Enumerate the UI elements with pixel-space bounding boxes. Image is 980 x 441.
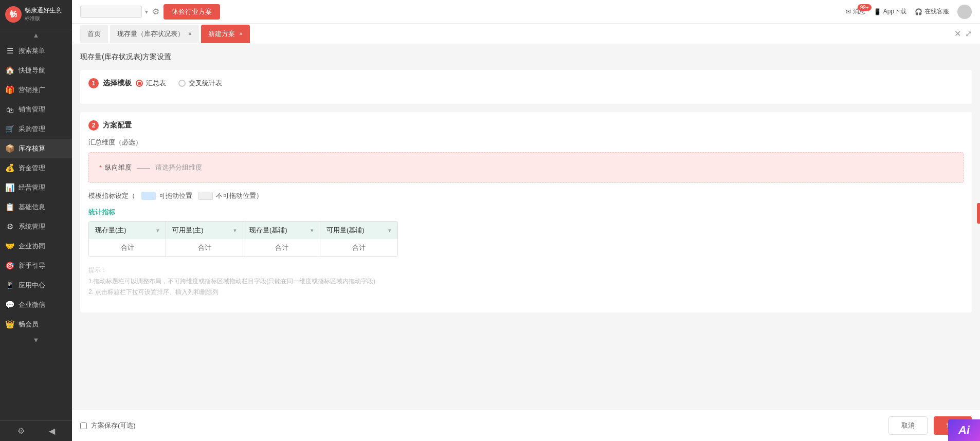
topbar-search-input[interactable] (80, 6, 142, 18)
step2-badge: 2 (88, 120, 99, 131)
sidebar-item-vip[interactable]: 👑 畅会员 (0, 315, 72, 334)
save-checkbox[interactable]: 方案保存(可选) (80, 421, 136, 430)
tabbar-right: ✕ ⤢ (954, 29, 972, 39)
tab-new-scheme-close-icon[interactable]: × (239, 30, 243, 38)
sidebar-item-app-center[interactable]: 📱 应用中心 (0, 275, 72, 295)
dimension-separator: —— (137, 164, 150, 172)
sidebar-item-management[interactable]: 📊 经营管理 (0, 178, 72, 197)
quick-nav-icon: 🏠 (5, 66, 14, 75)
step1-label: 选择模板 (103, 79, 132, 88)
stats-body-col-4: 合计 (320, 239, 397, 256)
inventory-icon: 📦 (5, 144, 14, 153)
content-area: 现存量(库存状况表)方案设置 1 选择模板 汇总表 交叉统计表 (72, 44, 980, 410)
tab-new-scheme-label: 新建方案 (208, 29, 235, 39)
tips-title: 提示： (88, 266, 107, 273)
sidebar-bottom: ⚙ ◀ (0, 420, 72, 441)
save-checkbox-label: 方案保存(可选) (91, 421, 136, 430)
sidebar-item-search[interactable]: ☰ 搜索菜单 (0, 41, 72, 61)
vip-icon: 👑 (5, 320, 14, 329)
service-icon: 🎧 (915, 8, 922, 15)
topbar-message[interactable]: ✉ 消息 99+ (846, 7, 865, 16)
topbar-input-area: ▾ (80, 6, 148, 18)
sidebar-item-system[interactable]: ⚙ 系统管理 (0, 217, 72, 236)
sidebar-item-inventory[interactable]: 📦 库存核算 (0, 139, 72, 158)
step1-badge: 1 (88, 78, 99, 88)
tip-1: 1.拖动标题栏可以调整布局，不可跨维度或指标区域拖动栏目字段(只能在同一维度或指… (88, 276, 964, 287)
tabbar-expand-icon[interactable]: ⤢ (965, 29, 972, 39)
stats-col-1-header-label: 现存量(主) (95, 226, 126, 235)
step1-header: 1 选择模板 汇总表 交叉统计表 (88, 78, 964, 88)
sidebar-item-finance[interactable]: 💰 资金管理 (0, 158, 72, 178)
wechat-icon: 💬 (5, 300, 14, 309)
col-4-dropdown-icon[interactable]: ▾ (388, 227, 391, 234)
message-icon: ✉ (846, 8, 851, 15)
stats-table: 现存量(主) ▾ 可用量(主) ▾ 现存量(基辅) ▾ 可用量(基辅) ▾ (88, 221, 398, 257)
step1-section: 1 选择模板 汇总表 交叉统计表 (80, 70, 972, 104)
stats-table-body: 合计 合计 合计 合计 (89, 239, 397, 256)
sidebar-logo: 畅 畅康通好生意 标准版 (0, 0, 72, 29)
sidebar-item-new-guide[interactable]: 🎯 新手引导 (0, 256, 72, 275)
search-menu-icon: ☰ (5, 46, 14, 56)
radio-summary[interactable]: 汇总表 (136, 79, 166, 88)
finance-icon: 💰 (5, 163, 14, 173)
logo-text: 畅康通好生意 标准版 (25, 7, 62, 22)
draggable-indicator: 可拖动位置 (141, 191, 192, 200)
non-draggable-box (198, 192, 213, 200)
help-bottom-icon[interactable]: ◀ (49, 426, 55, 436)
indicator-settings-label: 模板指标设定（ (88, 191, 135, 200)
ai-badge[interactable]: Ai (948, 419, 980, 441)
try-industry-btn[interactable]: 体验行业方案 (164, 4, 220, 20)
tips-area: 提示： 1.拖动标题栏可以调整布局，不可跨维度或指标区域拖动栏目字段(只能在同一… (88, 259, 964, 304)
non-draggable-label: 不可拖动位置） (216, 191, 263, 200)
sidebar-item-wechat[interactable]: 💬 企业微信 (0, 295, 72, 315)
topbar-user[interactable] (957, 5, 972, 19)
sidebar-item-quick-nav[interactable]: 🏠 快捷导航 (0, 61, 72, 80)
topbar-app-download[interactable]: 📱 App下载 (874, 7, 906, 16)
tab-inventory-close-icon[interactable]: × (188, 30, 192, 38)
step2-label: 方案配置 (103, 121, 132, 130)
footer: 方案保存(可选) 取消 查询 (72, 410, 980, 441)
stats-col-2-header-label: 可用量(主) (172, 226, 204, 235)
tabbar-window-close-icon[interactable]: ✕ (954, 29, 961, 39)
app-center-icon: 📱 (5, 281, 14, 290)
draggable-box (141, 192, 156, 200)
stats-col-2-header[interactable]: 可用量(主) ▾ (166, 222, 243, 239)
stats-col-1-header[interactable]: 现存量(主) ▾ (89, 222, 166, 239)
sidebar: 畅 畅康通好生意 标准版 ▲ ☰ 搜索菜单 🏠 快捷导航 🎁 营销推广 🛍 销售… (0, 0, 72, 441)
settings-bottom-icon[interactable]: ⚙ (17, 426, 25, 436)
cancel-button[interactable]: 取消 (888, 416, 928, 435)
sidebar-scroll-down[interactable]: ▼ (0, 334, 72, 346)
stats-col-4-header[interactable]: 可用量(基辅) ▾ (320, 222, 397, 239)
save-checkbox-input[interactable] (80, 422, 87, 429)
dimension-drop-area[interactable]: * 纵向维度 —— 请选择分组维度 (88, 152, 964, 183)
topbar-right: ✉ 消息 99+ 📱 App下载 🎧 在线客服 (846, 5, 972, 19)
tab-home[interactable]: 首页 (80, 25, 108, 43)
sidebar-item-sales[interactable]: 🛍 销售管理 (0, 100, 72, 119)
sidebar-scroll-up[interactable]: ▲ (0, 29, 72, 41)
tip-2: 2. 点击标题栏下拉可设置排序、插入列和删除列 (88, 287, 964, 298)
right-edge-bar (977, 203, 980, 224)
radio-cross[interactable]: 交叉统计表 (178, 79, 222, 88)
tab-new-scheme[interactable]: 新建方案 × (201, 25, 250, 43)
sidebar-item-purchase[interactable]: 🛒 采购管理 (0, 119, 72, 139)
stats-col-3-header[interactable]: 现存量(基辅) ▾ (243, 222, 320, 239)
tabbar: 首页 现存量（库存状况表） × 新建方案 × ✕ ⤢ (72, 24, 980, 44)
sidebar-item-marketing[interactable]: 🎁 营销推广 (0, 80, 72, 100)
logo-icon: 畅 (5, 6, 22, 23)
col-2-dropdown-icon[interactable]: ▾ (233, 227, 237, 234)
app-download-icon: 📱 (874, 8, 881, 15)
stats-body-col-3: 合计 (243, 239, 320, 256)
management-icon: 📊 (5, 183, 14, 192)
sidebar-item-basic-info[interactable]: 📋 基础信息 (0, 197, 72, 217)
topbar-dropdown-icon[interactable]: ▾ (145, 8, 148, 15)
tab-inventory[interactable]: 现存量（库存状况表） × (110, 25, 199, 43)
sidebar-item-cooperation[interactable]: 🤝 企业协同 (0, 236, 72, 256)
col-3-dropdown-icon[interactable]: ▾ (311, 227, 314, 234)
stats-body-col-2: 合计 (166, 239, 243, 256)
stats-label: 统计指标 (88, 208, 964, 217)
indicator-settings-row: 模板指标设定（ 可拖动位置 不可拖动位置） (88, 191, 964, 200)
topbar-gear-icon[interactable]: ⚙ (152, 7, 159, 16)
topbar-online-service[interactable]: 🎧 在线客服 (915, 7, 949, 16)
cooperation-icon: 🤝 (5, 242, 14, 251)
col-1-dropdown-icon[interactable]: ▾ (156, 227, 159, 234)
